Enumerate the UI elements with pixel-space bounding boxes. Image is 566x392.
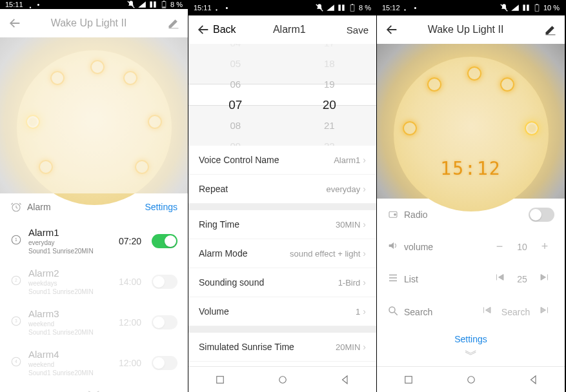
search-icon <box>387 305 399 317</box>
device-hero <box>0 37 188 193</box>
sounding-sound-row[interactable]: Sounding sound 1-Bird › <box>188 268 376 297</box>
battery-icon <box>532 3 541 12</box>
expand-icon[interactable]: ︾ <box>377 346 565 366</box>
alarm-row[interactable]: 2 Alarm2 weekdays Sound1 Sunrise20MIN 14… <box>0 261 188 302</box>
svg-rect-19 <box>352 4 353 5</box>
alarm-toggle[interactable] <box>152 356 177 370</box>
alarm-toggle[interactable] <box>152 315 177 329</box>
back-label: Back <box>213 24 236 35</box>
hero-icon-3 <box>467 66 481 81</box>
alarm-name: Alarm3 <box>28 308 119 319</box>
mute-icon <box>126 0 136 9</box>
battery-percent: 10 % <box>543 4 560 12</box>
nav-back[interactable] <box>339 374 351 386</box>
row-label: Ring Time <box>199 219 336 230</box>
voice-control-name-row[interactable]: Voice Control Name Alarm1 › <box>188 146 376 175</box>
alarm-time: 07:20 <box>119 236 141 246</box>
alarm-mode-row[interactable]: Alarm Mode sound effect + light › <box>188 239 376 268</box>
expand-icon[interactable]: ︾ <box>0 383 188 392</box>
row-label: Simulated Sunrise Time <box>199 342 336 352</box>
alarm-sub2: Sound1 Sunrise20MIN <box>28 248 119 255</box>
row-value: sound effect + light <box>290 249 360 259</box>
svg-rect-24 <box>535 5 539 11</box>
volume-label: volume <box>404 242 490 252</box>
signal-icon <box>326 3 335 12</box>
volume-icon <box>387 240 399 251</box>
radio-toggle[interactable] <box>529 208 554 222</box>
alarm-sub2: Sound1 Sunrise20MIN <box>28 288 119 295</box>
signal-icon <box>510 3 520 12</box>
svg-rect-18 <box>350 5 354 11</box>
repeat-row[interactable]: Repeat everyday › <box>188 175 376 204</box>
hero-icon-4 <box>500 77 514 92</box>
nav-home[interactable] <box>277 374 288 386</box>
back-button[interactable] <box>8 16 23 30</box>
picker-slot: 05 <box>230 54 241 74</box>
page-title: Wake Up Light II <box>400 24 531 35</box>
nav-recents[interactable] <box>403 374 414 386</box>
svg-point-22 <box>404 9 405 10</box>
back-button[interactable]: Back <box>196 23 236 37</box>
svg-point-16 <box>216 9 217 10</box>
row-label: Volume <box>199 306 356 317</box>
chevron-right-icon: › <box>363 219 366 230</box>
alarm-name: Alarm4 <box>28 349 119 360</box>
battery-percent: 8 % <box>170 1 183 8</box>
search-row: Search Search <box>377 295 565 328</box>
nav-back[interactable] <box>528 374 540 386</box>
data-icon <box>521 3 531 12</box>
alarm-toggle[interactable] <box>152 275 177 289</box>
svg-text:3: 3 <box>15 318 17 323</box>
back-button[interactable] <box>385 23 400 37</box>
edit-button[interactable] <box>154 17 180 30</box>
list-value: 25 <box>509 274 535 284</box>
alarm-name: Alarm1 <box>28 227 119 238</box>
settings-link[interactable]: Settings <box>145 202 177 212</box>
search-input[interactable]: Search <box>496 307 535 317</box>
picker-slot: 19 <box>324 74 335 95</box>
alarm-sub2: Sound1 Sunrise20MIN <box>28 369 119 377</box>
alarm-time: 14:00 <box>119 277 141 287</box>
alarm-row[interactable]: 4 Alarm4 weekend Sound1 Sunrise20MIN 12:… <box>0 342 188 383</box>
hero-icon-1 <box>403 121 417 135</box>
alarm-item-icon: 2 <box>10 275 22 286</box>
alarm-row[interactable]: 3 Alarm3 weekend Sound1 Sunrise20MIN 12:… <box>0 302 188 342</box>
status-wifi-icon <box>26 0 35 9</box>
alarm-item-icon: 3 <box>10 315 22 327</box>
volume-plus-button[interactable]: + <box>535 240 554 253</box>
next-track-button[interactable] <box>535 271 554 286</box>
edit-button[interactable] <box>531 23 557 36</box>
prev-track-button[interactable] <box>490 271 509 286</box>
status-time: 15:11 <box>5 1 23 8</box>
volume-minus-button[interactable]: − <box>490 240 509 253</box>
picker-slot: 21 <box>324 115 335 136</box>
picker-slot: 17 <box>324 44 335 54</box>
sunrise-time-row[interactable]: Simulated Sunrise Time 20MIN › <box>188 333 376 362</box>
save-button[interactable]: Save <box>343 24 369 35</box>
mute-icon <box>315 3 324 12</box>
settings-link[interactable]: Settings <box>454 334 487 344</box>
nav-home[interactable] <box>465 374 477 386</box>
search-prev-button[interactable] <box>477 304 496 319</box>
radio-glow-icon <box>525 121 539 135</box>
time-picker[interactable]: 04 05 06 07 08 09 17 18 19 20 21 22 <box>188 44 376 146</box>
picker-slot: 18 <box>324 54 335 74</box>
hero-icon-2 <box>427 77 441 92</box>
row-value: 1-Bird <box>338 278 361 288</box>
status-time: 15:11 <box>194 4 212 12</box>
battery-icon <box>159 0 168 9</box>
list-label: List <box>404 274 490 284</box>
picker-slot: 08 <box>230 115 241 136</box>
volume-row[interactable]: Volume 1 › <box>188 297 376 326</box>
nav-recents[interactable] <box>214 374 226 386</box>
svg-rect-4 <box>169 28 179 29</box>
picker-slot: 04 <box>230 44 241 54</box>
chevron-right-icon: › <box>363 342 366 352</box>
alarm-toggle[interactable] <box>152 234 177 248</box>
hero-icon-7 <box>39 160 53 174</box>
alarm-row[interactable]: 1 Alarm1 everyday Sound1 Sunrise20MIN 07… <box>0 220 188 261</box>
search-next-button[interactable] <box>535 304 554 319</box>
svg-line-30 <box>394 312 398 315</box>
status-time: 15:12 <box>382 4 400 12</box>
ring-time-row[interactable]: Ring Time 30MIN › <box>188 210 376 239</box>
